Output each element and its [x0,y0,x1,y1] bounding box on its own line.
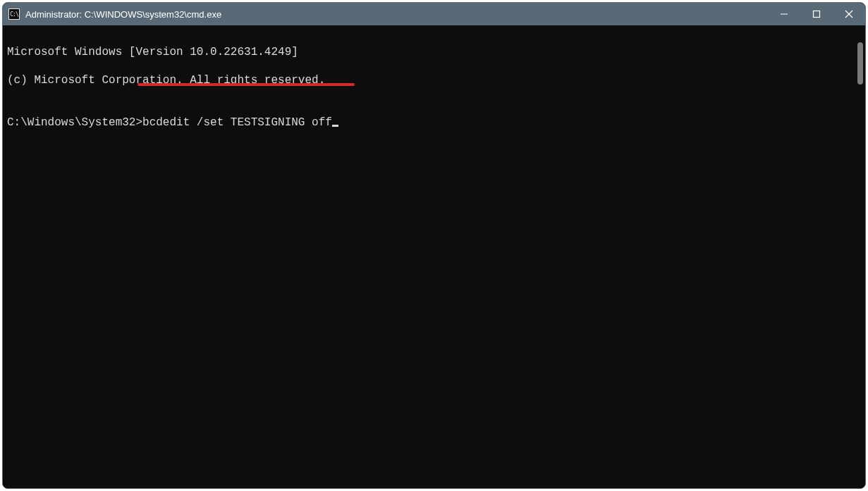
cmd-window: C:\ Administrator: C:\WINDOWS\system32\c… [2,2,866,489]
window-title: Administrator: C:\WINDOWS\system32\cmd.e… [25,9,768,20]
cmd-icon: C:\ [8,8,20,20]
cursor-icon [332,125,338,127]
maximize-icon [812,10,821,18]
terminal-line: Microsoft Windows [Version 10.0.22631.42… [7,45,861,59]
terminal-command: bcdedit /set TESTSIGNING off [142,116,332,129]
scrollbar-thumb[interactable] [857,42,863,85]
close-icon [845,10,853,18]
titlebar[interactable]: C:\ Administrator: C:\WINDOWS\system32\c… [3,3,865,25]
minimize-icon [780,10,788,18]
window-controls [768,3,865,25]
minimize-button[interactable] [768,3,800,25]
close-button[interactable] [833,3,865,25]
scrollbar-track[interactable] [854,25,865,488]
terminal-line: (c) Microsoft Corporation. All rights re… [7,73,861,87]
underline-annotation [137,83,355,86]
terminal-prompt: C:\Windows\System32> [7,116,142,129]
terminal-output[interactable]: Microsoft Windows [Version 10.0.22631.42… [3,25,865,488]
terminal-prompt-line: C:\Windows\System32>bcdedit /set TESTSIG… [7,116,861,130]
maximize-button[interactable] [800,3,833,25]
svg-rect-1 [814,11,820,18]
cmd-icon-glyph: C:\ [10,11,18,18]
